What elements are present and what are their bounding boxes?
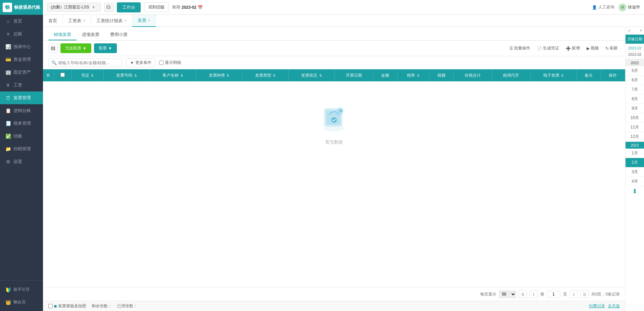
no-takeout-button[interactable]: 无血取票 ▼	[60, 43, 91, 53]
customer-sort-icon: ⇅	[181, 74, 183, 77]
cal-month-9[interactable]: 9月	[626, 104, 644, 113]
pagination: 每页显示 50 20 100 ⟨⟨ ⟨ 第 页 ⟩ ⟩⟩ 共0页，0条记录	[43, 287, 625, 301]
sidebar-item-purchase[interactable]: 📋 进销台账	[0, 104, 43, 117]
prev-page-button[interactable]: ⟨	[530, 290, 538, 298]
switch-version-button[interactable]: 切到旧版	[144, 2, 169, 12]
tab-salary-stats[interactable]: 工资统计报表 ×	[91, 15, 132, 27]
per-page-label: 每页显示	[480, 291, 496, 297]
col-e-invoice[interactable]: 电子发票 ⇅	[531, 69, 577, 81]
last-page-button[interactable]: ⟩⟩	[581, 290, 589, 298]
sidebar-item-closing[interactable]: ✅ 结账	[0, 130, 43, 143]
cal-month-5[interactable]: 5月	[626, 66, 644, 76]
show-detail-checkbox[interactable]	[159, 61, 164, 65]
salary-icon: ¥	[5, 82, 11, 88]
batch-ops-button[interactable]: ☰ 批量操作	[507, 44, 532, 53]
search-box[interactable]: 🔍	[48, 59, 122, 67]
col-voucher[interactable]: 凭证 ⇅	[72, 69, 104, 81]
refresh-icon: ↻	[605, 46, 609, 51]
per-page-select[interactable]: 50 20 100	[499, 290, 516, 298]
sidebar-item-tax[interactable]: 🧾 税务管理	[0, 117, 43, 130]
sidebar-label-archive: 归档管理	[13, 146, 31, 152]
filter-icon: ▼	[130, 61, 134, 65]
cal-month-2-active[interactable]: 2月	[626, 158, 644, 167]
takeout-button[interactable]: 取票 ▼	[94, 43, 117, 53]
video-button[interactable]: ▶ 视频	[585, 44, 601, 53]
invoice-icon: 🗒	[5, 95, 11, 101]
calendar-scroll-down-button[interactable]: ⬇	[632, 188, 637, 195]
col-invoice-no[interactable]: 发票号码 ⇅	[103, 69, 150, 81]
invoice-check-toggle[interactable]: 发票查验及拍照	[48, 303, 86, 309]
more-filter-button[interactable]: ▼ 更多条件	[126, 58, 155, 67]
cal-month-7[interactable]: 7月	[626, 85, 644, 94]
tab-salary-stats-close[interactable]: ×	[125, 19, 127, 23]
col-tax-rate[interactable]: 税率 ⇅	[397, 69, 429, 81]
copy-button[interactable]	[104, 3, 113, 12]
col-checkbox[interactable]	[54, 69, 72, 81]
sidebar-item-member[interactable]: 👑 畅会员	[0, 296, 43, 308]
sub-tab-sales[interactable]: 销项发票	[48, 30, 77, 40]
sidebar-item-fund[interactable]: 💳 资金管理	[0, 53, 43, 66]
sidebar-item-assets[interactable]: 🏢 固定资产	[0, 66, 43, 79]
tab-invoice[interactable]: 发票 ×	[132, 15, 156, 27]
cal-month-3[interactable]: 3月	[626, 167, 644, 177]
user-info[interactable]: 徐 徐溢华	[618, 3, 640, 11]
sidebar-item-salary[interactable]: ¥ 工资	[0, 79, 43, 91]
new-button[interactable]: ➕ 新增	[564, 44, 582, 53]
sidebar-item-archive[interactable]: 📁 归档管理	[0, 143, 43, 155]
column-settings-button[interactable]	[48, 44, 58, 53]
sub-tab-purchase[interactable]: 进项发票	[77, 30, 105, 40]
topbar-right: 👤 人工咨询 徐 徐溢华	[592, 3, 640, 11]
cal-date-1[interactable]: 2023.02	[626, 45, 643, 51]
col-settings[interactable]: ⚙	[43, 69, 54, 81]
sidebar-item-invoice[interactable]: 🗒 发票管理	[0, 91, 43, 104]
col-invoice-type[interactable]: 发票种类 ⇅	[196, 69, 242, 81]
page-input[interactable]	[547, 291, 560, 298]
calendar-maximize-button[interactable]: ⤢	[627, 28, 632, 34]
search-input[interactable]	[58, 61, 119, 65]
tab-home[interactable]: 首页	[43, 15, 63, 27]
empty-state: ✦ 暂无数据	[43, 81, 625, 165]
tab-salary-table[interactable]: 工资表 ×	[63, 15, 91, 27]
svg-rect-4	[54, 46, 55, 50]
sidebar-label-salary: 工资	[13, 82, 22, 88]
cal-month-8[interactable]: 8月	[626, 94, 644, 104]
refresh-button[interactable]: ↻ 刷新	[603, 44, 620, 53]
sidebar-label-assets: 固定资产	[13, 69, 31, 75]
cal-month-1[interactable]: 1月	[626, 149, 644, 158]
support-link[interactable]: 👤 人工咨询	[592, 4, 614, 10]
sidebar-item-guide[interactable]: 🔰 新手引导	[0, 283, 43, 296]
cal-year-2022: 2022	[626, 59, 644, 66]
tab-invoice-close[interactable]: ×	[148, 18, 150, 22]
select-all-checkbox[interactable]	[60, 73, 65, 77]
cal-month-12[interactable]: 12月	[626, 132, 644, 142]
cal-month-11[interactable]: 11月	[626, 123, 644, 132]
record-link[interactable]: 扣费记录	[589, 303, 605, 309]
sidebar-item-reports[interactable]: 📊 报表中心	[0, 40, 43, 53]
show-detail-toggle[interactable]: 显示明细	[159, 60, 181, 66]
cal-month-6[interactable]: 6月	[626, 76, 644, 85]
col-customer[interactable]: 客户名称 ⇅	[150, 69, 196, 81]
buy-link[interactable]: 去充值	[608, 303, 620, 309]
sidebar-label-purchase: 进销台账	[13, 108, 31, 114]
sub-tab-expense[interactable]: 费用小票	[105, 30, 133, 40]
cal-date-2[interactable]: 2023.02	[626, 51, 643, 58]
company-chevron-icon: ▼	[92, 5, 95, 9]
first-page-button[interactable]: ⟨⟨	[519, 290, 527, 298]
page-suffix-label: 页	[563, 291, 567, 297]
sidebar-bottom: 🔰 新手引导 👑 畅会员	[0, 280, 43, 311]
cal-month-4[interactable]: 4月	[626, 177, 644, 186]
calendar-close-button[interactable]: ×	[639, 28, 643, 34]
workbench-button[interactable]: 工作台	[117, 2, 141, 12]
sidebar-item-settings[interactable]: ⚙ 设置	[0, 155, 43, 168]
next-page-button[interactable]: ⟩	[570, 290, 578, 298]
col-invoice-cat[interactable]: 发票类型 ⇅	[242, 69, 288, 81]
company-selector[interactable]: (勿删）江西股宝-LSS ▼	[47, 3, 101, 12]
cal-month-10[interactable]: 10月	[626, 113, 644, 123]
invoice-check-checkbox[interactable]	[48, 304, 53, 308]
sidebar-item-ledger[interactable]: ≡ 总账	[0, 28, 43, 40]
open-period-button[interactable]: 开账日期	[626, 35, 644, 44]
col-status[interactable]: 发票状态 ⇅	[288, 69, 335, 81]
tab-salary-table-close[interactable]: ×	[83, 19, 85, 23]
gen-voucher-button[interactable]: 📄 生成凭证	[535, 44, 561, 53]
sidebar-item-home[interactable]: ⌂ 首页	[0, 15, 43, 28]
